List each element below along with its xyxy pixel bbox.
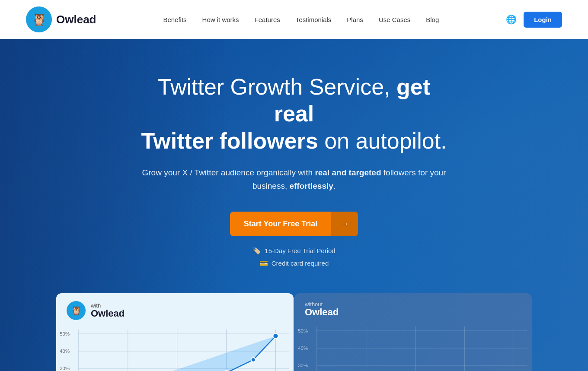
tag-icon: 🏷️ <box>252 247 261 255</box>
chart-without-y2: 40% <box>298 346 308 351</box>
login-button[interactable]: Login <box>524 12 562 28</box>
chart-with-y2: 40% <box>60 349 70 354</box>
chart-without-body: 50% 40% 30% <box>294 322 532 371</box>
chart-with-y1: 30% <box>60 366 70 371</box>
nav-testimonials[interactable]: Testimonials <box>296 16 332 23</box>
nav-use-cases[interactable]: Use Cases <box>379 16 410 23</box>
nav-how-it-works[interactable]: How it works <box>202 16 239 23</box>
chart-without-text: without Owlead <box>305 301 339 317</box>
nav-right: 🌐 Login <box>506 12 562 28</box>
chart-with-svg: 50% 40% 30% <box>56 325 294 371</box>
hero-title: Twitter Growth Service, get real Twitter… <box>138 73 450 154</box>
chart-without-y1: 30% <box>298 363 308 368</box>
nav-benefits[interactable]: Benefits <box>163 16 186 23</box>
nav-blog[interactable]: Blog <box>426 16 439 23</box>
chart-without-svg: 50% 40% 30% <box>294 322 532 371</box>
svg-point-13 <box>251 358 256 362</box>
credit-card-icon: 💳 <box>259 259 268 267</box>
navbar: 🦉 Owlead Benefits How it works Features … <box>0 0 588 39</box>
cta-button-label: Start Your Free Trial <box>230 212 331 236</box>
hero-subtitle: Grow your X / Twitter audience organical… <box>138 166 450 193</box>
chart-without-y3: 50% <box>298 328 308 333</box>
hero-content: Twitter Growth Service, get real Twitter… <box>138 73 450 267</box>
chart-with-y3: 50% <box>60 331 70 336</box>
cta-button[interactable]: Start Your Free Trial → <box>230 212 358 236</box>
hero-badges: 🏷️ 15-Day Free Trial Period 💳 Credit car… <box>138 247 450 267</box>
chart-logo-with: 🦉 <box>67 301 86 320</box>
nav-links: Benefits How it works Features Testimoni… <box>163 16 439 23</box>
chart-with-owlead: 🦉 with Owlead <box>56 293 294 371</box>
logo[interactable]: 🦉 Owlead <box>26 6 96 32</box>
hero-section: Twitter Growth Service, get real Twitter… <box>0 39 588 371</box>
chart-with-header: 🦉 with Owlead <box>56 293 294 325</box>
globe-icon[interactable]: 🌐 <box>506 14 517 25</box>
chart-with-body: 50% 40% 30% <box>56 325 294 371</box>
charts-section: 🦉 with Owlead <box>56 293 532 371</box>
cta-arrow: → <box>331 212 358 236</box>
credit-card-badge: 💳 Credit card required <box>259 259 329 267</box>
brand-name: Owlead <box>56 13 96 26</box>
nav-features[interactable]: Features <box>255 16 280 23</box>
chart-without-owlead: without Owlead <box>294 293 532 371</box>
nav-plans[interactable]: Plans <box>347 16 363 23</box>
svg-point-14 <box>273 333 278 339</box>
logo-icon: 🦉 <box>26 6 52 32</box>
trial-badge: 🏷️ 15-Day Free Trial Period <box>252 247 335 255</box>
chart-with-text: with Owlead <box>91 302 125 318</box>
chart-without-header: without Owlead <box>294 293 532 322</box>
